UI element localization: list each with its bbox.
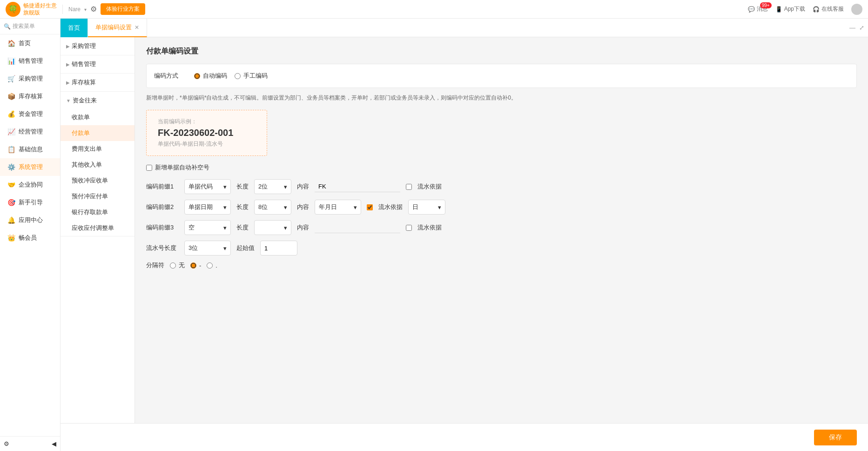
encoding-label: 编码方式 <box>154 72 187 80</box>
manual-encoding-radio[interactable] <box>235 73 241 79</box>
sidebar-item-basic-info[interactable]: 📋 基础信息 <box>0 141 60 158</box>
sub-item-payment[interactable]: 付款单 <box>61 125 135 141</box>
app-download-btn[interactable]: 📱 App下载 <box>775 5 805 13</box>
encoding-radio-group: 编码方式 自动编码 手工编码 <box>154 72 849 80</box>
operations-icon: 📈 <box>7 128 15 135</box>
separator-dash-radio[interactable] <box>190 263 196 269</box>
separator-dot-radio[interactable] <box>207 263 213 269</box>
company-dropdown[interactable] <box>84 6 87 13</box>
prefix-1-content-input[interactable] <box>315 181 400 192</box>
sidebar-item-finance[interactable]: 💰 资金管理 <box>0 105 60 123</box>
logo-icon: 🍀 <box>6 2 20 17</box>
sub-item-receipt[interactable]: 收款单 <box>61 109 135 125</box>
prefix-2-period-select[interactable]: 日 ▾ <box>408 200 445 215</box>
prefix-1-length-chevron-icon: ▾ <box>284 183 287 190</box>
tab-close-icon[interactable]: ✕ <box>135 24 139 31</box>
download-icon: 📱 <box>775 6 782 13</box>
serial-length-label: 流水号长度 <box>146 244 179 252</box>
arrow-right-icon: ▶ <box>66 44 70 49</box>
serial-row: 流水号长度 3位 ▾ 起始值 <box>146 241 857 256</box>
separator-dot-option[interactable]: . <box>207 262 217 269</box>
message-btn[interactable]: 💬 消息 99+ <box>748 5 768 13</box>
prefix-1-length-label: 长度 <box>236 182 249 191</box>
collab-icon: 🤝 <box>7 181 15 188</box>
sub-sidebar: ▶ 采购管理 ▶ 销售管理 ▶ 库存核算 <box>61 37 135 423</box>
prefix-3-chevron-icon: ▾ <box>223 224 227 231</box>
prefix-3-serial-checkbox[interactable] <box>406 225 412 231</box>
arrow-right-icon3: ▶ <box>66 80 70 85</box>
sales-icon: 📊 <box>7 57 15 65</box>
sub-item-other-income[interactable]: 其他收入单 <box>61 157 135 173</box>
sub-item-expense[interactable]: 费用支出单 <box>61 141 135 157</box>
prefix-1-label: 编码前缀1 <box>146 182 179 191</box>
sub-header-purchase[interactable]: ▶ 采购管理 <box>61 37 135 55</box>
prefix-3-length-select[interactable]: ▾ <box>254 220 291 235</box>
auto-encoding-option[interactable]: 自动编码 <box>194 72 227 80</box>
serial-length-select[interactable]: 3位 ▾ <box>184 241 231 256</box>
prefix-row-3: 编码前缀3 空 ▾ 长度 ▾ 内容 流水依据 <box>146 220 857 235</box>
separator-none-option[interactable]: 无 <box>170 261 185 269</box>
prefix-2-content-select[interactable]: 年月日 ▾ <box>315 200 361 215</box>
trial-button[interactable]: 体验行业方案 <box>101 3 145 15</box>
tab-home[interactable]: 首页 <box>61 19 88 37</box>
tab-bar: 首页 单据编码设置 ✕ — ⤢ <box>61 19 868 37</box>
auto-fill-checkbox[interactable] <box>146 165 152 171</box>
sub-header-capital[interactable]: ▼ 资金往来 <box>61 92 135 109</box>
prefix-1-serial-label: 流水依据 <box>417 182 442 191</box>
sidebar-item-home[interactable]: 🏠 首页 <box>0 34 60 52</box>
separator-dash-option[interactable]: - <box>190 262 201 269</box>
prefix-2-select[interactable]: 单据日期 ▾ <box>184 200 231 215</box>
auto-encoding-radio[interactable] <box>194 73 200 79</box>
sidebar-item-system[interactable]: ⚙️ 系统管理 <box>0 158 60 176</box>
sub-item-prepay-payable[interactable]: 预付冲应付单 <box>61 188 135 204</box>
sub-header-sales[interactable]: ▶ 销售管理 <box>61 55 135 73</box>
prefix-1-select[interactable]: 单据代码 ▾ <box>184 179 231 194</box>
arrow-down-icon: ▼ <box>66 98 71 103</box>
sub-item-adjust[interactable]: 应收应付调整单 <box>61 220 135 236</box>
sidebar-item-member[interactable]: 👑 畅会员 <box>0 229 60 247</box>
sidebar-collapse-icon[interactable]: ◀ <box>52 440 56 447</box>
info-text: 新增单据时，*单据编码*自动生成，不可编辑。前缀设置为部门、业务员等档案类，开单… <box>146 94 857 102</box>
sidebar-settings-icon[interactable]: ⚙ <box>4 440 9 447</box>
serial-start-label: 起始值 <box>236 244 255 252</box>
tab-encoding-settings[interactable]: 单据编码设置 ✕ <box>88 19 147 37</box>
tab-minimize-icon[interactable]: — <box>849 24 855 31</box>
separator-none-radio[interactable] <box>170 263 176 269</box>
prefix-2-chevron-icon: ▾ <box>223 204 227 211</box>
sidebar-item-guide[interactable]: 🎯 新手引导 <box>0 194 60 211</box>
sidebar-item-purchase[interactable]: 🛒 采购管理 <box>0 70 60 88</box>
sub-item-bank[interactable]: 银行存取款单 <box>61 204 135 220</box>
sub-header-inventory[interactable]: ▶ 库存核算 <box>61 74 135 91</box>
sidebar-item-collab[interactable]: 🤝 企业协同 <box>0 176 60 194</box>
prefix-1-serial-checkbox[interactable] <box>406 184 412 190</box>
sub-item-prepay-receivable[interactable]: 预收冲应收单 <box>61 173 135 188</box>
prefix-2-content-chevron-icon: ▾ <box>354 204 357 211</box>
sidebar-search[interactable]: 🔍 搜索菜单 <box>0 19 60 34</box>
prefix-3-select[interactable]: 空 ▾ <box>184 220 231 235</box>
home-icon: 🏠 <box>7 40 15 47</box>
prefix-3-serial-label: 流水依据 <box>417 223 442 232</box>
tab-maximize-icon[interactable]: ⤢ <box>859 24 864 31</box>
prefix-3-content-input[interactable] <box>315 222 400 233</box>
arrow-right-icon2: ▶ <box>66 62 70 67</box>
prefix-2-serial-checkbox[interactable] <box>367 204 373 210</box>
save-button[interactable]: 保存 <box>814 430 857 445</box>
serial-start-input[interactable] <box>260 241 297 256</box>
guide-icon: 🎯 <box>7 199 15 206</box>
prefix-1-length-select[interactable]: 2位 ▾ <box>254 179 291 194</box>
code-preview-value: FK-20230602-001 <box>158 128 256 138</box>
sidebar-item-sales[interactable]: 📊 销售管理 <box>0 52 60 70</box>
bottom-bar: 保存 <box>61 423 868 451</box>
top-divider <box>62 5 63 14</box>
sidebar-item-inventory[interactable]: 📦 库存核算 <box>0 88 60 105</box>
online-service-btn[interactable]: 🎧 在线客服 <box>813 5 844 13</box>
prefix-3-label: 编码前缀3 <box>146 223 179 232</box>
sidebar-item-operations[interactable]: 📈 经营管理 <box>0 123 60 141</box>
prefix-2-length-select[interactable]: 8位 ▾ <box>254 200 291 215</box>
user-avatar[interactable] <box>851 4 862 15</box>
auto-fill-label: 新增单据自动补空号 <box>155 163 209 172</box>
manual-encoding-option[interactable]: 手工编码 <box>235 72 268 80</box>
sidebar-item-app-center[interactable]: 🔔 应用中心 <box>0 211 60 229</box>
purchase-icon: 🛒 <box>7 75 15 82</box>
settings-icon[interactable]: ⚙ <box>90 5 97 13</box>
